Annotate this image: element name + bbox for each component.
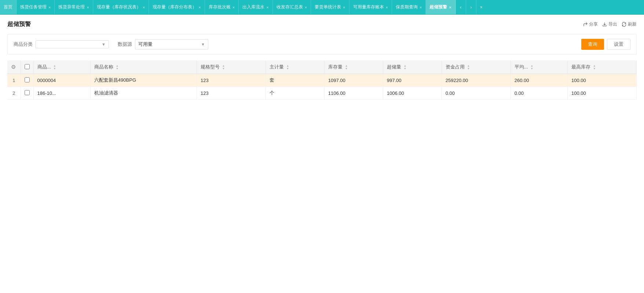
- col-avg: 平均... ▲ ▼: [511, 60, 567, 74]
- nav-prev-button[interactable]: ‹: [455, 0, 466, 14]
- row-num-1: 2: [7, 87, 21, 100]
- category-dropdown-arrow: ▼: [102, 42, 106, 47]
- page-title: 超储预警: [7, 21, 31, 28]
- close-tab-stock-status[interactable]: ×: [143, 5, 145, 10]
- share-icon: [583, 22, 588, 27]
- close-tab-pick-exception[interactable]: ×: [87, 5, 89, 10]
- nav-tab-order-stats[interactable]: 要货单统计表 ×: [311, 0, 349, 14]
- page-container: 超储预警 分享 导出 刷新 商品: [0, 15, 644, 105]
- nav-tab-home[interactable]: 首页: [0, 0, 17, 14]
- close-tab-pick-task[interactable]: ×: [48, 5, 51, 10]
- col-capital: 资金占用 ▲ ▼: [442, 60, 511, 74]
- data-table: ⚙ 商品... ▲ ▼ 商品名称 ▲ ▼: [7, 60, 637, 100]
- datasource-filter: 数据源 可用量 ▼: [118, 39, 208, 49]
- col-product-code: 商品... ▲ ▼: [33, 60, 90, 74]
- row-overflow-0: 997.00: [383, 74, 442, 87]
- col-max-stock: 最高库存 ▲ ▼: [568, 60, 637, 74]
- row-avg-0: 260.00: [511, 74, 567, 87]
- sort-spec-icon[interactable]: ▲ ▼: [222, 64, 225, 70]
- table-gear-icon[interactable]: ⚙: [11, 64, 16, 70]
- row-checkbox-1: [21, 87, 33, 100]
- select-all-checkbox[interactable]: [25, 64, 30, 69]
- query-button[interactable]: 查询: [581, 39, 604, 50]
- datasource-select[interactable]: 可用量 ▼: [135, 39, 208, 49]
- col-product-name: 商品名称 ▲ ▼: [90, 60, 197, 74]
- row-capital-1: 0.00: [442, 87, 511, 100]
- nav-tab-stock-dist[interactable]: 现存量（库存分布表） ×: [149, 0, 205, 14]
- export-icon: [602, 22, 607, 27]
- row-avg-1: 0.00: [511, 87, 567, 100]
- nav-tab-pick-exception[interactable]: 拣货异常处理 ×: [55, 0, 93, 14]
- row-stock-1: 1106.00: [324, 87, 383, 100]
- row-spec-0: 123: [197, 74, 266, 87]
- col-spec: 规格型号 ▲ ▼: [197, 60, 266, 74]
- filter-buttons: 查询 设置: [581, 39, 630, 50]
- close-tab-overstock[interactable]: ×: [449, 5, 451, 10]
- row-product-name-1: 机油滤清器: [90, 87, 197, 100]
- close-tab-inout-flow[interactable]: ×: [266, 5, 268, 10]
- row-max-stock-0: 100.00: [568, 74, 637, 87]
- row-checkbox-0: [21, 74, 33, 87]
- category-label: 商品分类: [14, 41, 33, 48]
- category-filter: 商品分类 ▼: [14, 40, 109, 48]
- close-tab-available-stock[interactable]: ×: [386, 5, 388, 10]
- row-unit-0: 套: [266, 74, 324, 87]
- table-header-row: ⚙ 商品... ▲ ▼ 商品名称 ▲ ▼: [7, 60, 637, 74]
- sort-capital-icon[interactable]: ▲ ▼: [467, 64, 470, 70]
- refresh-icon: [622, 22, 626, 27]
- table-row: 1 0000004 六配套新昌490BPG 123 套 1097.00 997.…: [7, 74, 637, 87]
- nav-tab-batch[interactable]: 库存批次账 ×: [205, 0, 239, 14]
- sort-overflow-icon[interactable]: ▲ ▼: [403, 64, 406, 70]
- row-select-checkbox-0[interactable]: [25, 77, 30, 82]
- nav-next-button[interactable]: ›: [466, 0, 476, 14]
- row-stock-0: 1097.00: [324, 74, 383, 87]
- close-tab-stock-dist[interactable]: ×: [198, 5, 201, 10]
- nav-tab-pick-task[interactable]: 拣货任务管理 ×: [17, 0, 55, 14]
- row-product-name-0: 六配套新昌490BPG: [90, 74, 197, 87]
- sort-avg-icon[interactable]: ▲ ▼: [530, 64, 533, 70]
- datasource-dropdown-arrow: ▼: [201, 42, 205, 47]
- sort-unit-icon[interactable]: ▲ ▼: [286, 64, 289, 70]
- close-tab-shelf-life[interactable]: ×: [420, 5, 422, 10]
- col-gear: ⚙: [7, 60, 21, 74]
- col-overflow: 超储量 ▲ ▼: [383, 60, 442, 74]
- col-checkbox: [21, 60, 33, 74]
- col-stock: 库存量 ▲ ▼: [324, 60, 383, 74]
- row-product-code-0: 0000004: [33, 74, 90, 87]
- category-select[interactable]: ▼: [36, 40, 109, 48]
- row-max-stock-1: 100.00: [568, 87, 637, 100]
- row-product-code-1: 186-10...: [33, 87, 90, 100]
- sort-max-stock-icon[interactable]: ▲ ▼: [593, 64, 596, 70]
- nav-tab-available-stock[interactable]: 可用量库存账本 ×: [350, 0, 392, 14]
- row-num-0: 1: [7, 74, 21, 87]
- row-overflow-1: 1006.00: [383, 87, 442, 100]
- col-unit: 主计量 ▲ ▼: [266, 60, 324, 74]
- page-actions: 分享 导出 刷新: [583, 21, 637, 27]
- close-tab-order-stats[interactable]: ×: [343, 5, 345, 10]
- settings-button[interactable]: 设置: [607, 39, 630, 50]
- row-capital-0: 259220.00: [442, 74, 511, 87]
- datasource-value: 可用量: [138, 41, 153, 48]
- nav-tab-overstock[interactable]: 超储预警 ×: [426, 0, 455, 14]
- datasource-label: 数据源: [118, 41, 132, 48]
- nav-tab-summary[interactable]: 收发存汇总表 ×: [273, 0, 311, 14]
- nav-tab-inout-flow[interactable]: 出入库流水 ×: [239, 0, 272, 14]
- row-unit-1: 个: [266, 87, 324, 100]
- nav-tab-shelf-life[interactable]: 保质期查询 ×: [392, 0, 426, 14]
- sort-product-name-icon[interactable]: ▲ ▼: [116, 64, 118, 70]
- top-navigation: 首页 拣货任务管理 × 拣货异常处理 × 现存量（库存状况表） × 现存量（库存…: [0, 0, 644, 15]
- share-button[interactable]: 分享: [583, 21, 598, 27]
- close-tab-batch[interactable]: ×: [233, 5, 235, 10]
- sort-stock-icon[interactable]: ▲ ▼: [345, 64, 348, 70]
- export-button[interactable]: 导出: [602, 21, 617, 27]
- nav-close-button[interactable]: ×: [476, 0, 486, 14]
- close-tab-summary[interactable]: ×: [305, 5, 307, 10]
- sort-product-code-icon[interactable]: ▲ ▼: [53, 64, 56, 70]
- filter-row: 商品分类 ▼ 数据源 可用量 ▼ 查询 设置: [7, 34, 637, 55]
- row-spec-1: 123: [197, 87, 266, 100]
- page-header: 超储预警 分享 导出 刷新: [7, 21, 637, 28]
- refresh-button[interactable]: 刷新: [622, 21, 637, 27]
- row-select-checkbox-1[interactable]: [25, 90, 30, 95]
- nav-tab-stock-status[interactable]: 现存量（库存状况表） ×: [93, 0, 149, 14]
- table-row: 2 186-10... 机油滤清器 123 个 1106.00 1006.00 …: [7, 87, 637, 100]
